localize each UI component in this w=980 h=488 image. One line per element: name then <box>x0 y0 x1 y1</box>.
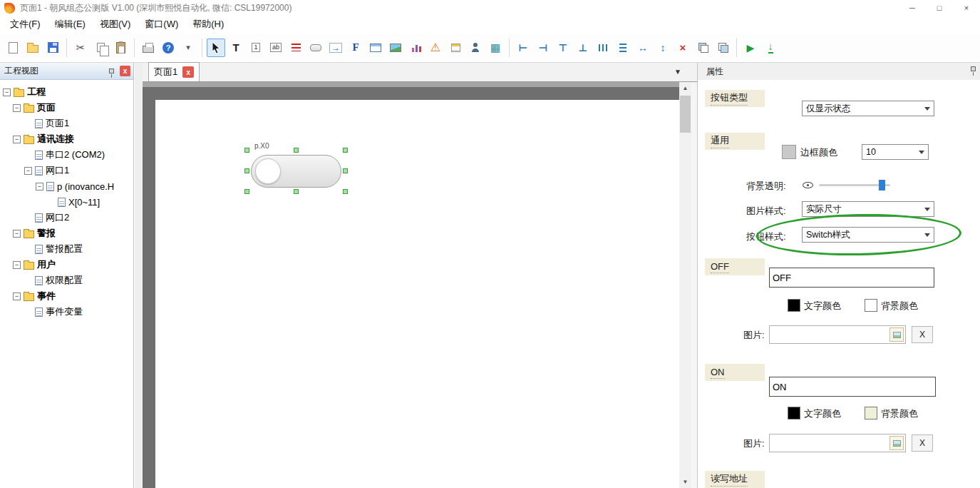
tree-item-x-range[interactable]: X[0~11] <box>0 194 133 210</box>
tree-item-net1[interactable]: − 网口1 <box>0 163 133 178</box>
on-image-browse-button[interactable] <box>889 436 904 450</box>
scroll-up-button[interactable]: ▲ <box>679 82 691 94</box>
off-bg-color-label[interactable]: 背景颜色 <box>881 300 918 312</box>
copy-button[interactable] <box>91 39 110 57</box>
pin-icon[interactable] <box>971 66 976 71</box>
distribute-vertical-button[interactable] <box>614 39 632 57</box>
on-text-color-swatch[interactable] <box>788 407 800 420</box>
off-image-input[interactable] <box>769 325 906 344</box>
tree-item-device-p[interactable]: − p (inovance.H <box>0 178 133 194</box>
minimize-button[interactable]: ─ <box>899 0 926 16</box>
tree-item-project[interactable]: − 工程 <box>0 84 133 100</box>
download-button[interactable]: ↓ <box>761 39 780 57</box>
border-width-select[interactable]: 10 <box>862 144 929 160</box>
tree-collapse-icon[interactable]: − <box>13 261 21 269</box>
image-tool-button[interactable] <box>386 39 405 57</box>
tree-item-pages-folder[interactable]: − 页面 <box>0 100 133 116</box>
vertical-scrollbar[interactable]: ▲ ▼ <box>679 82 691 488</box>
align-top-button[interactable]: ⊤ <box>554 39 572 57</box>
align-bottom-button[interactable]: ⊥ <box>574 39 592 57</box>
paste-button[interactable] <box>111 39 130 57</box>
table-tool-button[interactable]: ▦ <box>486 39 505 57</box>
menu-help[interactable]: 帮助(H) <box>185 16 231 33</box>
switch-widget[interactable] <box>251 155 341 188</box>
select-tool-button[interactable] <box>207 39 225 57</box>
page-surface[interactable]: p.X0 <box>155 100 679 488</box>
panel-splitter[interactable] <box>135 63 143 488</box>
off-text-input[interactable] <box>769 268 934 288</box>
distribute-horizontal-button[interactable] <box>594 39 612 57</box>
border-color-swatch[interactable] <box>782 145 796 159</box>
tree-collapse-icon[interactable]: − <box>13 104 21 112</box>
help-button[interactable]: ? <box>159 39 177 57</box>
scroll-thumb[interactable] <box>680 96 691 133</box>
tree-collapse-icon[interactable]: − <box>3 88 11 96</box>
window-tool-button[interactable] <box>366 39 385 57</box>
tree-item-alarm-config[interactable]: 警报配置 <box>0 241 133 257</box>
alarm-tool-button[interactable]: ⚠ <box>426 39 445 57</box>
text-tool-button[interactable]: T <box>227 39 245 57</box>
bring-to-front-button[interactable] <box>693 39 712 57</box>
on-bg-color-swatch[interactable] <box>865 407 877 420</box>
numeric-display-tool-button[interactable]: 1 <box>247 39 265 57</box>
selection-handle[interactable] <box>244 148 249 153</box>
tab-close-button[interactable]: x <box>182 66 194 78</box>
off-image-clear-button[interactable]: X <box>912 326 933 343</box>
save-button[interactable] <box>43 39 62 57</box>
selection-handle[interactable] <box>343 168 348 173</box>
image-style-select[interactable]: 实际尺寸 <box>802 201 934 217</box>
tree-item-com2[interactable]: 串口2 (COM2) <box>0 147 133 163</box>
list-tool-button[interactable] <box>446 39 465 57</box>
tree-item-event-folder[interactable]: − 事件 <box>0 288 133 304</box>
on-text-input[interactable] <box>769 377 936 397</box>
function-key-tool-button[interactable]: F <box>346 39 365 57</box>
off-image-browse-button[interactable] <box>889 327 904 342</box>
tree-item-page1[interactable]: 页面1 <box>0 116 133 131</box>
tree-collapse-icon[interactable]: − <box>36 183 43 190</box>
equal-height-button[interactable]: ↕ <box>654 39 672 57</box>
slider-thumb[interactable] <box>879 180 885 190</box>
off-text-color-label[interactable]: 文字颜色 <box>804 300 841 312</box>
selection-handle[interactable] <box>294 189 299 194</box>
run-button[interactable]: ▶ <box>741 39 760 57</box>
project-panel-close-button[interactable]: x <box>120 66 130 76</box>
button-style-select[interactable]: Switch样式 <box>802 227 934 243</box>
text-input-tool-button[interactable]: ab <box>267 39 285 57</box>
on-image-clear-button[interactable]: X <box>912 434 933 452</box>
design-canvas[interactable]: p.X0 ▲ ▼ <box>143 82 697 488</box>
tree-item-user-folder[interactable]: − 用户 <box>0 257 133 273</box>
bargraph-tool-button[interactable] <box>406 39 425 57</box>
button-type-select[interactable]: 仅显示状态 <box>802 101 934 116</box>
menu-edit[interactable]: 编辑(E) <box>48 16 93 33</box>
send-to-back-button[interactable] <box>713 39 732 57</box>
tab-list-dropdown-icon[interactable]: ▼ <box>674 68 681 76</box>
align-right-button[interactable]: ⊣ <box>534 39 552 57</box>
button-tool-button[interactable] <box>306 39 325 57</box>
selection-handle[interactable] <box>294 148 299 153</box>
visibility-eye-icon[interactable] <box>803 182 813 188</box>
open-button[interactable] <box>24 39 42 57</box>
toolbar-overflow-button[interactable]: ▾ <box>179 39 197 57</box>
tree-collapse-icon[interactable]: − <box>13 230 21 238</box>
page-jump-tool-button[interactable]: → <box>326 39 345 57</box>
equal-width-button[interactable]: ↔ <box>634 39 652 57</box>
on-image-input[interactable] <box>769 434 906 452</box>
selection-handle[interactable] <box>244 189 249 194</box>
menu-tool-button[interactable] <box>287 39 305 57</box>
user-tool-button[interactable] <box>466 39 485 57</box>
new-file-button[interactable] <box>4 39 22 57</box>
off-text-color-swatch[interactable] <box>788 299 800 312</box>
tree-collapse-icon[interactable]: − <box>13 293 21 300</box>
align-left-button[interactable]: ⊢ <box>514 39 532 57</box>
off-bg-color-swatch[interactable] <box>865 299 877 312</box>
selection-handle[interactable] <box>343 189 348 194</box>
cut-button[interactable]: ✂ <box>71 39 90 57</box>
pin-icon[interactable] <box>109 68 114 73</box>
tree-collapse-icon[interactable]: − <box>13 136 21 143</box>
tree-item-comm[interactable]: − 通讯连接 <box>0 131 133 147</box>
tree-collapse-icon[interactable]: − <box>24 167 32 175</box>
menu-view[interactable]: 视图(V) <box>93 16 138 33</box>
background-opacity-slider[interactable] <box>819 184 890 186</box>
print-button[interactable] <box>139 39 158 57</box>
scroll-down-button[interactable]: ▼ <box>679 476 691 488</box>
